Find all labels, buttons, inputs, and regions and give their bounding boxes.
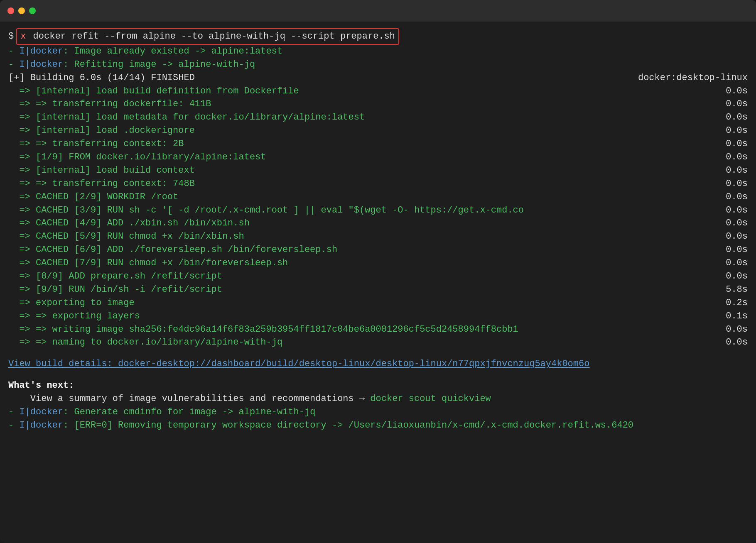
step-time-12: 0.0s <box>714 230 748 243</box>
step-time-2: 0.0s <box>714 98 748 111</box>
final-line-2: - I|docker: [ERR=0] Removing temporary w… <box>8 419 748 432</box>
step-time-10: 0.0s <box>714 204 748 217</box>
minimize-button[interactable] <box>18 7 25 14</box>
step-line-3: => [internal] load metadata for docker.i… <box>8 111 748 124</box>
info-text-1: - I|docker: Image already existed -> alp… <box>8 45 282 58</box>
step-text-7: => [internal] load build context <box>8 164 195 177</box>
step-time-3: 0.0s <box>714 111 748 124</box>
step-text-6: => [1/9] FROM docker.io/library/alpine:l… <box>8 151 266 164</box>
step-line-17: => exporting to image 0.2s <box>8 296 748 310</box>
step-text-17: => exporting to image <box>8 296 135 310</box>
step-line-8: => => transferring context: 748B 0.0s <box>8 177 748 191</box>
step-text-14: => CACHED [7/9] RUN chmod +x /bin/foreve… <box>8 257 288 270</box>
maximize-button[interactable] <box>29 7 36 14</box>
step-time-14: 0.0s <box>714 257 748 270</box>
step-text-4: => [internal] load .dockerignore <box>8 124 195 137</box>
step-line-13: => CACHED [6/9] ADD ./foreversleep.sh /b… <box>8 243 748 257</box>
step-line-7: => [internal] load build context 0.0s <box>8 164 748 177</box>
step-text-13: => CACHED [6/9] ADD ./foreversleep.sh /b… <box>8 243 337 257</box>
traffic-lights <box>7 7 36 14</box>
step-line-16: => [9/9] RUN /bin/sh -i /refit/script 5.… <box>8 283 748 296</box>
step-text-10: => CACHED [3/9] RUN sh -c '[ -d /root/.x… <box>8 204 524 217</box>
view-build-line[interactable]: View build details: docker-desktop://das… <box>8 357 748 371</box>
building-text: [+] Building 6.0s (14/14) FINISHED <box>8 71 195 85</box>
info-text-2: - I|docker: Refitting image -> alpine-wi… <box>8 58 255 71</box>
command-box: x docker refit --from alpine --to alpine… <box>16 28 399 45</box>
step-time-11: 0.0s <box>714 217 748 230</box>
title-bar <box>0 0 756 22</box>
whats-next-header: What's next: <box>8 379 748 392</box>
step-line-11: => CACHED [4/9] ADD ./xbin.sh /bin/xbin.… <box>8 217 748 230</box>
step-time-17: 0.2s <box>714 296 748 310</box>
step-text-12: => CACHED [5/9] RUN chmod +x /bin/xbin.s… <box>8 230 244 243</box>
building-platform: docker:desktop-linux <box>638 71 748 85</box>
step-text-18: => => exporting layers <box>8 310 140 323</box>
step-text-2: => => transferring dockerfile: 411B <box>8 98 211 111</box>
step-text-20: => => naming to docker.io/library/alpine… <box>8 336 282 349</box>
prompt-symbol: $ <box>8 30 14 43</box>
output-line-1: - I|docker: Image already existed -> alp… <box>8 45 748 58</box>
step-text-5: => => transferring context: 2B <box>8 137 184 151</box>
whats-next-body: View a summary of image vulnerabilities … <box>8 392 748 406</box>
building-line: [+] Building 6.0s (14/14) FINISHED docke… <box>8 71 748 85</box>
step-text-8: => => transferring context: 748B <box>8 177 195 191</box>
final-text-1: - I|docker: Generate cmdinfo for image -… <box>8 406 315 419</box>
step-line-4: => [internal] load .dockerignore 0.0s <box>8 124 748 137</box>
output-line-2: - I|docker: Refitting image -> alpine-wi… <box>8 58 748 71</box>
step-text-11: => CACHED [4/9] ADD ./xbin.sh /bin/xbin.… <box>8 217 250 230</box>
close-button[interactable] <box>7 7 14 14</box>
step-time-16: 5.8s <box>714 283 748 296</box>
view-build-link[interactable]: View build details: docker-desktop://das… <box>8 357 589 371</box>
final-line-1: - I|docker: Generate cmdinfo for image -… <box>8 406 748 419</box>
step-time-20: 0.0s <box>714 336 748 349</box>
step-time-4: 0.0s <box>714 124 748 137</box>
step-time-6: 0.0s <box>714 151 748 164</box>
step-text-9: => CACHED [2/9] WORKDIR /root <box>8 191 178 204</box>
step-line-19: => => writing image sha256:fe4dc96a14f6f… <box>8 323 748 336</box>
step-text-19: => => writing image sha256:fe4dc96a14f6f… <box>8 323 518 336</box>
step-line-2: => => transferring dockerfile: 411B 0.0s <box>8 98 748 111</box>
step-line-12: => CACHED [5/9] RUN chmod +x /bin/xbin.s… <box>8 230 748 243</box>
step-text-16: => [9/9] RUN /bin/sh -i /refit/script <box>8 283 222 296</box>
step-time-15: 0.0s <box>714 270 748 283</box>
step-time-7: 0.0s <box>714 164 748 177</box>
step-time-19: 0.0s <box>714 323 748 336</box>
step-text-3: => [internal] load metadata for docker.i… <box>8 111 365 124</box>
step-time-18: 0.1s <box>714 310 748 323</box>
step-time-8: 0.0s <box>714 177 748 191</box>
step-time-13: 0.0s <box>714 243 748 257</box>
docker-scout-cmd: docker scout quickview <box>370 392 491 406</box>
step-time-9: 0.0s <box>714 191 748 204</box>
step-text-1: => [internal] load build definition from… <box>8 85 299 98</box>
step-line-9: => CACHED [2/9] WORKDIR /root 0.0s <box>8 191 748 204</box>
step-time-1: 0.0s <box>714 85 748 98</box>
prompt-line: $ x docker refit --from alpine --to alpi… <box>8 28 748 45</box>
step-line-5: => => transferring context: 2B 0.0s <box>8 137 748 151</box>
step-line-6: => [1/9] FROM docker.io/library/alpine:l… <box>8 151 748 164</box>
step-line-15: => [8/9] ADD prepare.sh /refit/script 0.… <box>8 270 748 283</box>
whats-next-label: What's next: <box>8 379 74 392</box>
step-line-1: => [internal] load build definition from… <box>8 85 748 98</box>
step-line-14: => CACHED [7/9] RUN chmod +x /bin/foreve… <box>8 257 748 270</box>
cmd-x-prefix: x <box>20 30 26 43</box>
step-text-15: => [8/9] ADD prepare.sh /refit/script <box>8 270 222 283</box>
step-line-10: => CACHED [3/9] RUN sh -c '[ -d /root/.x… <box>8 204 748 217</box>
step-time-5: 0.0s <box>714 137 748 151</box>
step-line-20: => => naming to docker.io/library/alpine… <box>8 336 748 349</box>
step-line-18: => => exporting layers 0.1s <box>8 310 748 323</box>
terminal-body: $ x docker refit --from alpine --to alpi… <box>0 22 756 543</box>
final-text-2: - I|docker: [ERR=0] Removing temporary w… <box>8 419 633 432</box>
whats-next-text: View a summary of image vulnerabilities … <box>8 392 370 406</box>
cmd-main-text: docker refit --from alpine --to alpine-w… <box>27 30 395 43</box>
terminal-window: $ x docker refit --from alpine --to alpi… <box>0 0 756 543</box>
